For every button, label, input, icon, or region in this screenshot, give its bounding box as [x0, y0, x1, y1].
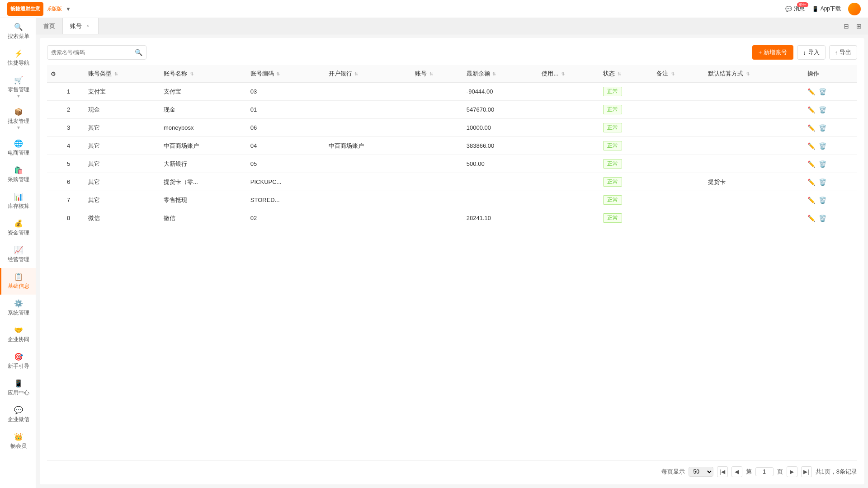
- export-button[interactable]: ↑ 导出: [829, 45, 858, 60]
- prev-page-button[interactable]: ◀: [731, 466, 742, 477]
- action-buttons: ✏️ 🗑️: [807, 124, 854, 131]
- edit-button[interactable]: ✏️: [807, 88, 815, 95]
- current-page-input[interactable]: [755, 467, 774, 476]
- edit-button[interactable]: ✏️: [807, 197, 815, 204]
- sidebar-item-operations[interactable]: 📈 经营管理: [0, 241, 36, 268]
- search-input[interactable]: [51, 49, 135, 56]
- cell-bank: [325, 83, 412, 101]
- sidebar-item-purchase[interactable]: 🛍️ 采购管理: [0, 161, 36, 188]
- sidebar-item-basic[interactable]: 📋 基础信息: [0, 268, 36, 295]
- chevron-down-icon: ▼: [16, 94, 21, 99]
- cell-type: 其它: [85, 155, 160, 173]
- delete-button[interactable]: 🗑️: [819, 106, 826, 113]
- message-button[interactable]: 💬 消息 99+: [785, 5, 805, 13]
- total-label: 共1页，8条记录: [816, 468, 857, 476]
- th-account[interactable]: 账号 ⇅: [411, 65, 463, 83]
- topbar: 畅捷通财生意 乐版版 ▼ 💬 消息 99+ 📱 App下载: [0, 0, 868, 18]
- sidebar-item-appcenter[interactable]: 📱 应用中心: [0, 375, 36, 401]
- edit-button[interactable]: ✏️: [807, 124, 815, 131]
- edit-button[interactable]: ✏️: [807, 106, 815, 113]
- edit-button[interactable]: ✏️: [807, 178, 815, 186]
- sidebar-item-guide[interactable]: 🎯 新手引导: [0, 348, 36, 375]
- sidebar-item-label: 资金管理: [8, 229, 29, 237]
- th-code[interactable]: 账号编码 ⇅: [247, 65, 325, 83]
- cell-type: 支付宝: [85, 83, 160, 101]
- sidebar-item-ecommerce[interactable]: 🌐 电商管理: [0, 135, 36, 161]
- logo-text: 畅捷通财生意: [10, 5, 40, 12]
- tab-close-button[interactable]: ×: [85, 23, 91, 29]
- cell-type: 其它: [85, 137, 160, 155]
- action-buttons: ✏️ 🗑️: [807, 197, 854, 204]
- tab-minimize-button[interactable]: ⊟: [841, 21, 852, 32]
- sort-icon: ⇅: [618, 71, 621, 76]
- cell-type: 现金: [85, 101, 160, 119]
- delete-button[interactable]: 🗑️: [819, 178, 826, 186]
- basic-icon: 📋: [14, 272, 23, 281]
- delete-button[interactable]: 🗑️: [819, 88, 826, 95]
- sidebar-item-wholesale[interactable]: 📦 批发管理 ▼: [0, 103, 36, 135]
- tab-account[interactable]: 账号 ×: [63, 18, 99, 34]
- cell-default-payment: 提货卡: [704, 173, 804, 191]
- avatar[interactable]: [848, 3, 861, 15]
- th-default-payment[interactable]: 默认结算方式 ⇅: [704, 65, 804, 83]
- status-badge: 正常: [603, 123, 622, 132]
- cell-default-payment: [704, 209, 804, 227]
- app-download-button[interactable]: 📱 App下载: [812, 5, 841, 13]
- cell-name: 提货卡（零...: [160, 173, 247, 191]
- th-remark[interactable]: 备注 ⇅: [653, 65, 704, 83]
- sidebar-item-wechat[interactable]: 💬 企业微信: [0, 401, 36, 428]
- next-page-button[interactable]: ▶: [787, 466, 797, 477]
- cell-remark: [653, 191, 704, 209]
- delete-button[interactable]: 🗑️: [819, 160, 826, 168]
- ecommerce-icon: 🌐: [14, 139, 23, 148]
- sidebar-item-inventory[interactable]: 📊 库存核算: [0, 188, 36, 215]
- status-badge: 正常: [603, 195, 622, 205]
- edit-button[interactable]: ✏️: [807, 142, 815, 150]
- wholesale-icon: 📦: [14, 108, 23, 116]
- sidebar-item-quick[interactable]: ⚡ 快捷导航: [0, 45, 36, 71]
- th-name[interactable]: 账号名称 ⇅: [160, 65, 247, 83]
- delete-button[interactable]: 🗑️: [819, 215, 826, 222]
- sidebar-item-system[interactable]: ⚙️ 系统管理: [0, 295, 36, 321]
- last-page-button[interactable]: ▶|: [801, 466, 812, 477]
- th-status[interactable]: 状态 ⇅: [599, 65, 653, 83]
- delete-button[interactable]: 🗑️: [819, 124, 826, 131]
- sidebar-item-member[interactable]: 👑 畅会员: [0, 428, 36, 455]
- sidebar-item-search[interactable]: 🔍 搜索菜单: [0, 18, 36, 45]
- edit-button[interactable]: ✏️: [807, 215, 815, 222]
- cell-default-payment: [704, 137, 804, 155]
- th-action: 操作: [804, 65, 857, 83]
- cell-default-payment: [704, 119, 804, 137]
- sidebar-item-agreement[interactable]: 🤝 企业协同: [0, 321, 36, 348]
- topbar-dropdown[interactable]: ▼: [66, 6, 71, 12]
- delete-button[interactable]: 🗑️: [819, 197, 826, 204]
- cell-account: [411, 173, 463, 191]
- action-buttons: ✏️ 🗑️: [807, 88, 854, 95]
- sidebar-item-funds[interactable]: 💰 资金管理: [0, 215, 36, 241]
- th-type[interactable]: 账号类型 ⇅: [85, 65, 160, 83]
- sidebar-item-retail[interactable]: 🛒 零售管理 ▼: [0, 71, 36, 103]
- tab-expand-button[interactable]: ⊞: [854, 21, 864, 32]
- add-account-button[interactable]: + 新增账号: [752, 45, 793, 60]
- edit-button[interactable]: ✏️: [807, 160, 815, 168]
- th-settings[interactable]: ⚙: [47, 65, 63, 83]
- table-body: 1 支付宝 支付宝 03 -90444.00 正常 ✏️ 🗑️ 2 现金 现金 …: [47, 83, 857, 227]
- tab-home[interactable]: 首页: [36, 18, 63, 34]
- cell-account: [411, 137, 463, 155]
- page-size-select[interactable]: 50 100 200: [689, 467, 713, 477]
- table-row: 3 其它 moneybosx 06 10000.00 正常 ✏️ 🗑️: [47, 119, 857, 137]
- th-balance[interactable]: 最新余额 ⇅: [463, 65, 538, 83]
- cell-code: 04: [247, 137, 325, 155]
- delete-button[interactable]: 🗑️: [819, 142, 826, 150]
- import-button[interactable]: ↓ 导入: [797, 45, 826, 60]
- sort-icon: ⇅: [114, 71, 118, 76]
- cell-status: 正常: [599, 209, 653, 227]
- th-bank[interactable]: 开户银行 ⇅: [325, 65, 412, 83]
- cell-bank: [325, 119, 412, 137]
- th-usage[interactable]: 使用... ⇅: [538, 65, 599, 83]
- cell-settings: [47, 119, 63, 137]
- sort-icon: ⇅: [190, 71, 193, 76]
- cell-usage: [538, 155, 599, 173]
- first-page-button[interactable]: |◀: [717, 466, 728, 477]
- system-icon: ⚙️: [14, 299, 23, 308]
